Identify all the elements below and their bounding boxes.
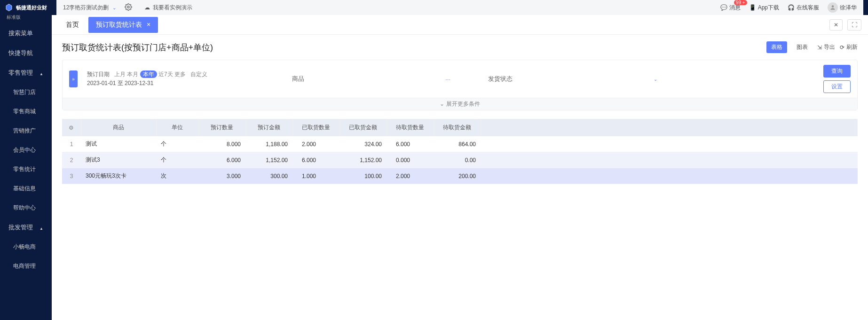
settings-gear-icon[interactable] [125, 3, 132, 12]
top-header: 畅捷通好业财 标准版 12李艳芬测试勿删 ⌄ ☁ 我要看实例演示 💬 消息 99… [0, 0, 868, 15]
demo-link[interactable]: ☁ 我要看实例演示 [144, 4, 192, 12]
messages-button[interactable]: 💬 消息 99 + [720, 4, 741, 12]
phone-icon: 📱 [749, 4, 756, 11]
chevron-down-icon: ⌄ [112, 5, 116, 10]
header-toolbar: 12李艳芬测试勿删 ⌄ ☁ 我要看实例演示 💬 消息 99 + 📱 App下载 … [56, 0, 863, 15]
svg-point-1 [832, 5, 834, 8]
message-badge: 99 + [734, 0, 747, 5]
avatar [828, 2, 838, 13]
brand-sub: 标准版 [7, 14, 21, 15]
app-label: App下载 [758, 4, 779, 12]
brand-text: 畅捷通好业财 [16, 4, 47, 11]
svg-point-0 [127, 6, 129, 8]
org-name: 12李艳芬测试勿删 [63, 4, 109, 12]
demo-label: 我要看实例演示 [153, 4, 192, 12]
brand-icon [5, 3, 13, 12]
message-icon: 💬 [720, 4, 727, 11]
service-label: 在线客服 [797, 4, 819, 12]
cloud-icon: ☁ [144, 4, 150, 11]
user-name: 徐泽华 [840, 4, 857, 12]
brand-logo: 畅捷通好业财 [5, 3, 52, 12]
app-download-button[interactable]: 📱 App下载 [749, 4, 779, 12]
org-selector[interactable]: 12李艳芬测试勿删 ⌄ [63, 4, 116, 12]
online-service-button[interactable]: 🎧 在线客服 [788, 4, 819, 12]
user-menu[interactable]: 徐泽华 [828, 2, 857, 13]
header-right: 💬 消息 99 + 📱 App下载 🎧 在线客服 徐泽华 [720, 2, 857, 13]
headset-icon: 🎧 [788, 4, 795, 11]
